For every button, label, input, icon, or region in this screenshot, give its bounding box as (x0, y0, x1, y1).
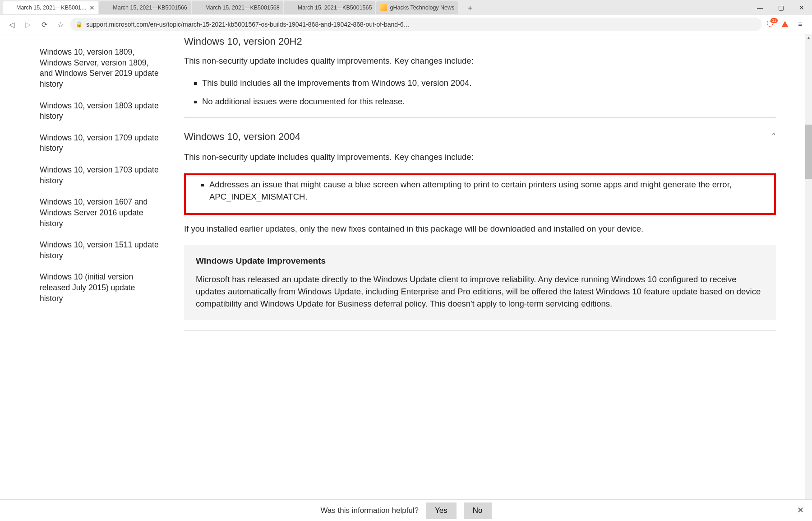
callout-body: Microsoft has released an update directl… (196, 274, 764, 310)
tab-title: March 15, 2021—KB5001568 (205, 5, 280, 11)
sidebar: Windows 10, version 1809, Windows Server… (32, 34, 171, 521)
back-button[interactable]: ◁ (5, 18, 18, 31)
main-content: Windows 10, version 20H2 This non-securi… (171, 34, 812, 521)
lock-icon: 🔒 (76, 21, 83, 28)
browser-tab-2[interactable]: March 15, 2021—KB5001568✕ (192, 1, 283, 14)
section-divider-2 (184, 330, 776, 331)
shield-count: 31 (770, 18, 778, 23)
sidebar-item-5[interactable]: Windows 10, version 1511 update history (32, 234, 167, 266)
feedback-no-button[interactable]: No (464, 502, 492, 519)
sidebar-item-1[interactable]: Windows 10, version 1803 update history (32, 95, 167, 127)
favicon-ghacks-icon (380, 4, 387, 11)
tab-title: March 15, 2021—KB5001… (16, 5, 87, 11)
menu-button[interactable]: ≡ (794, 18, 807, 31)
scroll-thumb[interactable] (805, 125, 812, 179)
window-controls: — ▢ ✕ (750, 0, 812, 15)
browser-tab-1[interactable]: March 15, 2021—KB5001566✕ (99, 1, 191, 14)
favicon-ms-icon (288, 4, 295, 11)
highlighted-fix-list: Addresses an issue that might cause a bl… (191, 179, 769, 203)
callout-box: Windows Update Improvements Microsoft ha… (184, 245, 776, 320)
section-divider (184, 117, 776, 118)
favicon-ms-icon (6, 4, 14, 11)
minimize-button[interactable]: — (750, 0, 770, 15)
feedback-close-button[interactable]: ✕ (797, 505, 804, 515)
favicon-ms-icon (103, 4, 110, 11)
list-item: No additional issues were documented for… (202, 96, 776, 108)
browser-tab-3[interactable]: March 15, 2021—KB5001565✕ (284, 1, 376, 14)
tab-title: gHacks Technology News (390, 5, 454, 11)
sidebar-item-6[interactable]: Windows 10 (initial version released Jul… (32, 266, 167, 309)
callout-title: Windows Update Improvements (196, 255, 764, 267)
browser-tab-0[interactable]: March 15, 2021—KB5001…✕ (3, 1, 98, 14)
svg-marker-0 (782, 21, 789, 28)
highlighted-fix-box: Addresses an issue that might cause a bl… (184, 173, 776, 215)
sidebar-item-4[interactable]: Windows 10, version 1607 and Windows Ser… (32, 191, 167, 234)
section-intro-2004: This non-security update includes qualit… (184, 151, 776, 163)
section-intro-20h2: This non-security update includes qualit… (184, 55, 776, 67)
address-bar: ◁ ▷ ⟳ ☆ 🔒 support.microsoft.com/en-us/to… (0, 15, 812, 34)
sidebar-item-0[interactable]: Windows 10, version 1809, Windows Server… (32, 42, 167, 95)
post-highlight-text: If you installed earlier updates, only t… (184, 223, 776, 235)
reload-button[interactable]: ⟳ (38, 18, 51, 31)
feedback-bar: Was this information helpful? Yes No ✕ (0, 499, 812, 521)
accordion-header-2004[interactable]: Windows 10, version 2004 ˄ (184, 124, 776, 151)
chevron-up-icon: ˄ (771, 130, 776, 144)
brave-shield-icon[interactable]: 🛡 31 (765, 19, 776, 30)
sidebar-item-2[interactable]: Windows 10, version 1709 update history (32, 127, 167, 159)
section-bullets-20h2: This build includes all the improvements… (184, 77, 776, 108)
section-title-20h2: Windows 10, version 20H2 (184, 34, 776, 49)
url-field[interactable]: 🔒 support.microsoft.com/en-us/topic/marc… (70, 18, 761, 31)
browser-tab-4[interactable]: gHacks Technology News✕ (376, 1, 458, 14)
page-viewport: Windows 10, version 1809, Windows Server… (0, 34, 812, 521)
maximize-button[interactable]: ▢ (770, 0, 791, 15)
new-tab-button[interactable]: ＋ (462, 4, 478, 12)
url-text: support.microsoft.com/en-us/topic/march-… (86, 21, 756, 28)
feedback-yes-button[interactable]: Yes (426, 502, 457, 519)
tab-bar: March 15, 2021—KB5001…✕March 15, 2021—KB… (0, 0, 812, 15)
tab-title: March 15, 2021—KB5001565 (298, 5, 372, 11)
vertical-scrollbar[interactable]: ▲ ▼ (805, 34, 812, 521)
bookmark-button[interactable]: ☆ (54, 18, 67, 31)
feedback-prompt: Was this information helpful? (320, 506, 419, 515)
highlighted-fix-item: Addresses an issue that might cause a bl… (209, 179, 769, 203)
tab-close-icon[interactable]: ✕ (89, 5, 95, 11)
close-window-button[interactable]: ✕ (791, 0, 812, 15)
favicon-ms-icon (195, 4, 203, 11)
scroll-up-arrow[interactable]: ▲ (805, 34, 812, 41)
tab-title: March 15, 2021—KB5001566 (113, 5, 187, 11)
list-item: This build includes all the improvements… (202, 77, 776, 89)
section-title-2004: Windows 10, version 2004 (184, 130, 300, 144)
browser-chrome: March 15, 2021—KB5001…✕March 15, 2021—KB… (0, 0, 812, 34)
sidebar-item-3[interactable]: Windows 10, version 1703 update history (32, 159, 167, 191)
brave-rewards-icon[interactable] (780, 19, 790, 30)
forward-button: ▷ (22, 18, 34, 31)
